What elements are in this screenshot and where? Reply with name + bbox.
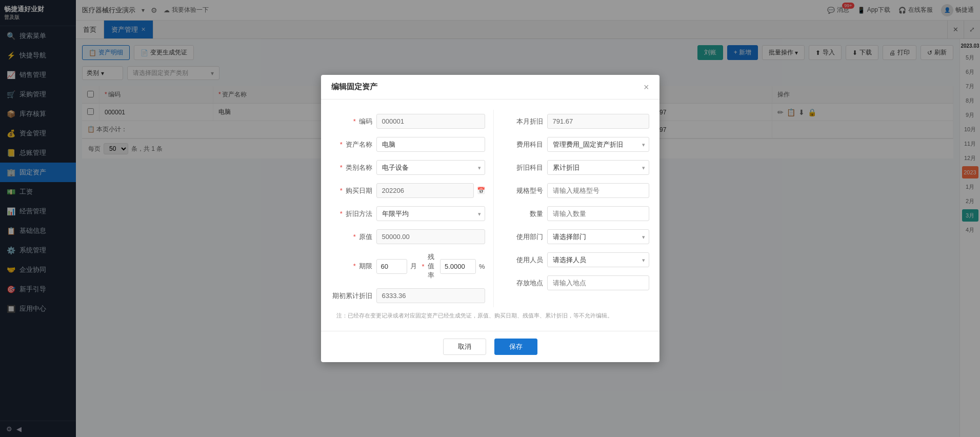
residual-rate-input[interactable] <box>440 259 476 274</box>
form-row-spec: 规格型号 <box>502 179 649 202</box>
save-button[interactable]: 保存 <box>494 339 537 355</box>
form-row-depreciation-method: * 折旧方法 年限平均 ▾ <box>331 202 485 225</box>
person-select[interactable]: 请选择人员 <box>547 252 649 267</box>
expense-subject-select[interactable]: 管理费用_固定资产折旧 <box>547 137 649 152</box>
modal-body: * 编码 * 资产名称 <box>321 100 659 331</box>
expense-subject-label: 费用科目 <box>502 140 543 149</box>
edit-asset-modal: 编辑固定资产 × * 编码 <box>321 75 659 362</box>
spec-label: 规格型号 <box>502 186 543 195</box>
req-residual: * <box>422 263 425 270</box>
original-value-input[interactable] <box>376 229 485 244</box>
form-row-category: * 类别名称 电子设备 ▾ <box>331 156 485 179</box>
quantity-label: 数量 <box>502 209 543 218</box>
person-wrap: 请选择人员 ▾ <box>547 252 649 267</box>
spec-input[interactable] <box>547 183 649 198</box>
original-value-label: * 原值 <box>331 232 372 242</box>
period-residual-wrap: 月 * 残值率 % <box>376 252 485 280</box>
initial-accumulated-label: 期初累计折旧 <box>331 291 372 301</box>
purchase-date-input[interactable] <box>376 183 474 198</box>
department-label: 使用部门 <box>502 232 543 242</box>
location-input[interactable] <box>547 275 649 290</box>
form-row-initial-accumulated: 期初累计折旧 <box>331 284 485 307</box>
residual-rate-label: 残值率 <box>428 252 437 280</box>
depreciation-method-wrap: 年限平均 ▾ <box>376 206 485 221</box>
modal-header: 编辑固定资产 × <box>321 75 659 100</box>
form-row-purchase-date: * 购买日期 📅 <box>331 179 485 202</box>
purchase-date-wrap: 📅 <box>376 183 485 198</box>
modal-close-btn[interactable]: × <box>644 83 649 92</box>
form-row-department: 使用部门 请选择部门 ▾ <box>502 225 649 248</box>
depreciation-subject-wrap: 累计折旧 ▾ <box>547 160 649 175</box>
form-row-code: * 编码 <box>331 110 485 133</box>
name-input[interactable] <box>376 137 485 152</box>
category-select-wrap: 电子设备 ▾ <box>376 160 485 175</box>
monthly-input <box>547 114 649 129</box>
residual-rate-unit: % <box>479 263 485 270</box>
form-col-left: * 编码 * 资产名称 <box>331 110 494 307</box>
category-select[interactable]: 电子设备 <box>376 160 485 175</box>
modal-title: 编辑固定资产 <box>331 82 377 92</box>
period-label: * 期限 <box>331 262 372 271</box>
modal-overlay: 编辑固定资产 × * 编码 <box>0 0 980 437</box>
form-row-monthly: 本月折旧 <box>502 110 649 133</box>
person-label: 使用人员 <box>502 255 543 265</box>
form-row-expense-subject: 费用科目 管理费用_固定资产折旧 ▾ <box>502 133 649 156</box>
code-label: * 编码 <box>331 117 372 126</box>
form-col-right: 本月折旧 费用科目 管理费用_固定资产折旧 ▾ <box>494 110 649 307</box>
form-note: 注：已经存在变更记录或者对应固定资产已经生成凭证，原值、购买日期、残值率、累计折… <box>331 307 649 321</box>
depreciation-method-label: * 折旧方法 <box>331 209 372 218</box>
modal-footer: 取消 保存 <box>321 331 659 362</box>
location-label: 存放地点 <box>502 279 543 288</box>
category-label: * 类别名称 <box>331 163 372 172</box>
form-grid: * 编码 * 资产名称 <box>331 110 649 321</box>
form-row-quantity: 数量 <box>502 202 649 225</box>
department-wrap: 请选择部门 ▾ <box>547 229 649 244</box>
department-select[interactable]: 请选择部门 <box>547 229 649 244</box>
form-row-depreciation-subject: 折旧科目 累计折旧 ▾ <box>502 156 649 179</box>
cancel-button[interactable]: 取消 <box>443 339 486 355</box>
form-row-person: 使用人员 请选择人员 ▾ <box>502 248 649 271</box>
depreciation-method-select[interactable]: 年限平均 <box>376 206 485 221</box>
purchase-date-label: * 购买日期 <box>331 186 372 195</box>
period-input[interactable] <box>376 259 407 274</box>
period-unit-label: 月 <box>410 262 417 271</box>
depreciation-subject-label: 折旧科目 <box>502 163 543 172</box>
form-row-name: * 资产名称 <box>331 133 485 156</box>
form-row-original-value: * 原值 <box>331 225 485 248</box>
expense-subject-wrap: 管理费用_固定资产折旧 ▾ <box>547 137 649 152</box>
calendar-icon[interactable]: 📅 <box>477 187 485 194</box>
form-row-location: 存放地点 <box>502 271 649 294</box>
form-row-period: * 期限 月 * 残值率 % <box>331 248 485 284</box>
name-label: * 资产名称 <box>331 140 372 149</box>
monthly-label: 本月折旧 <box>502 117 543 126</box>
quantity-input[interactable] <box>547 206 649 221</box>
code-input[interactable] <box>376 114 485 129</box>
initial-accumulated-input[interactable] <box>376 288 485 303</box>
depreciation-subject-select[interactable]: 累计折旧 <box>547 160 649 175</box>
